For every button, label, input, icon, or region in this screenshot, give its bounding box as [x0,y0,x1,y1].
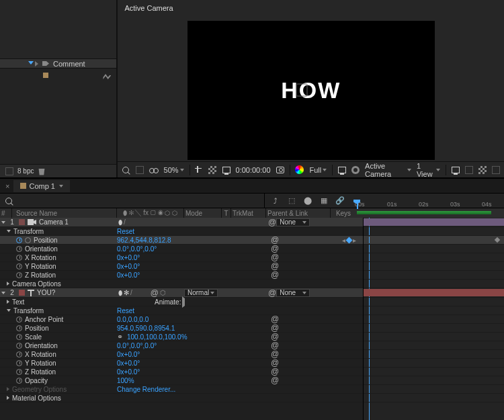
prop-value[interactable]: 0.0,0.0,0.0 [117,316,184,323]
timeline-track-area[interactable] [363,218,504,420]
grid-toggle-icon[interactable] [208,165,216,175]
project-items[interactable] [0,69,116,164]
search-input[interactable] [15,197,259,205]
bpc-label[interactable]: 8 bpc [17,167,34,175]
reset-link[interactable]: Reset [117,228,184,235]
prop-value[interactable]: 0x+0.0° [117,368,184,376]
glasses-icon[interactable] [149,165,159,175]
fast-preview-icon[interactable] [465,165,473,175]
pickwhip-icon[interactable]: @ [271,376,279,385]
disclosure-icon[interactable] [7,282,9,286]
keyframe-icon[interactable] [346,237,353,243]
col-parent[interactable]: Parent & Link [266,208,331,218]
alpha-icon[interactable] [136,165,144,175]
col-hash[interactable]: # [0,208,12,218]
col-trkmat[interactable]: TrkMat [231,208,266,218]
stopwatch-icon[interactable] [16,263,22,269]
crop-icon[interactable] [195,165,203,175]
stopwatch-icon[interactable] [16,343,22,349]
view-dropdown[interactable]: 1 View [417,162,440,178]
timecode[interactable]: 0:00:00:00 [236,166,271,174]
prop-value[interactable]: 0.0°,0.0°,0.0° [117,342,184,349]
stopwatch-icon[interactable] [16,369,22,375]
reset-link[interactable]: Reset [117,307,184,314]
keyframe-diamond[interactable] [495,237,500,243]
prop-value[interactable]: 954.0,590.0,8954.1 [117,325,184,332]
col-switches[interactable]: ⬮ ✻ ╲ fx ▢ ◉ ⬡ ⬡ [117,208,184,218]
expression-icon[interactable] [25,237,31,243]
pickwhip-icon[interactable]: @ [271,314,279,324]
label-icon[interactable] [42,61,49,66]
material-group[interactable]: Material Options [0,394,363,403]
prop-value[interactable]: 0x+0.0° [117,271,184,279]
prop-value[interactable]: ⚭100.0,100.0,100.0% [117,333,184,341]
project-columns[interactable]: Comment [0,59,116,69]
shy-toggle[interactable]: ⤴ [270,196,281,206]
stopwatch-icon[interactable] [16,378,22,384]
prop-opacity[interactable]: Opacity100%@ [0,376,363,385]
pickwhip-icon[interactable]: @ [271,323,279,333]
frame-blend-toggle[interactable]: ⬚ [286,196,297,206]
prop-value[interactable]: 0x+0.0° [117,351,184,358]
change-renderer-link[interactable]: Change Renderer... [117,386,184,393]
timeline-icon[interactable] [478,165,487,175]
bpc-toggle[interactable] [5,167,13,175]
trash-icon[interactable] [38,167,45,175]
zoom-dropdown[interactable]: 50% [164,166,184,174]
layer-row-text[interactable]: 2YOU? ⬮✻/@⬡ Normal @None [0,288,363,298]
stopwatch-icon[interactable] [16,334,22,340]
prop-value[interactable]: 0x+0.0° [117,360,184,367]
pickwhip-icon[interactable]: @ [271,261,279,271]
snap-toggle[interactable]: 🔗 [335,196,345,206]
disclosure-icon[interactable] [7,309,11,312]
expand-icon[interactable] [35,61,38,67]
camera-options-group[interactable]: Camera Options [0,280,363,288]
layer-name[interactable]: YOU? [37,289,55,296]
prop-zrotation[interactable]: Z Rotation0x+0.0°@ [0,271,363,280]
animate-menu[interactable]: Animate: [155,298,185,306]
constrain-icon[interactable]: ⚭ [117,333,123,341]
flowchart-icon[interactable] [492,165,500,175]
stopwatch-icon[interactable] [16,272,22,278]
col-keys[interactable]: Keys [331,208,356,218]
snapshot-icon[interactable] [276,165,284,175]
disclosure-icon[interactable] [7,230,11,233]
mask-toggle-icon[interactable] [222,165,230,175]
flowchart-icon[interactable] [103,73,111,79]
stopwatch-icon[interactable] [16,317,22,323]
stopwatch-icon[interactable] [16,255,22,261]
camera-dropdown[interactable]: Active Camera [365,162,411,178]
disclosure-icon[interactable] [7,396,9,400]
pickwhip-icon[interactable]: @ [271,367,279,376]
layer-row-camera[interactable]: 1Camera 1 ⬮/ @None [0,218,363,227]
stopwatch-icon[interactable] [16,360,22,366]
prop-value[interactable]: 962.4,544.8,812.8 [117,237,184,244]
parent-dropdown[interactable]: None [276,289,310,297]
preview-area[interactable]: HOW [118,19,504,161]
prop-value[interactable]: 0x+0.0° [117,254,184,261]
stopwatch-icon[interactable] [16,237,22,243]
mag-zoom-icon[interactable] [122,165,130,175]
timeline-search[interactable] [0,194,265,208]
mode-dropdown[interactable]: Normal [184,289,218,297]
pickwhip-icon[interactable]: @ [271,253,279,262]
graph-editor-toggle[interactable]: ▦ [319,196,329,206]
pickwhip-icon[interactable]: @ [271,349,279,359]
color-mgmt-icon[interactable] [295,165,304,175]
stopwatch-icon[interactable] [16,351,22,358]
pickwhip-icon[interactable]: @ [268,218,276,227]
gear-icon[interactable] [351,165,360,175]
col-source-name[interactable]: Source Name [12,208,117,218]
layer-name[interactable]: Camera 1 [39,218,69,226]
pickwhip-icon[interactable]: @ [271,270,279,280]
collapse-icon[interactable] [28,61,34,65]
col-mode[interactable]: Mode [184,208,222,218]
text-group[interactable]: TextAnimate: [0,298,363,306]
resolution-dropdown[interactable]: Full [309,166,327,174]
comp-tab[interactable]: Comp 1 [13,180,70,192]
pickwhip-icon[interactable]: @ [271,341,279,350]
prop-value[interactable]: 100% [117,377,184,384]
prop-value[interactable]: 0x+0.0° [117,263,184,270]
disclosure-icon[interactable] [1,221,5,224]
motion-blur-toggle[interactable]: ⬤ [302,196,313,206]
